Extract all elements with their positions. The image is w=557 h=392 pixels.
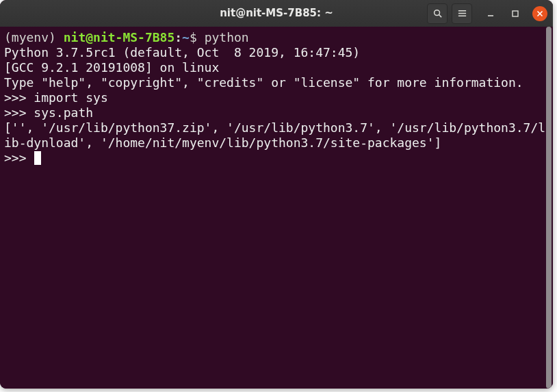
env-prefix: (myenv) — [4, 30, 64, 44]
header-tool-buttons — [427, 0, 472, 27]
minimize-icon — [487, 10, 495, 18]
hamburger-icon — [457, 8, 467, 18]
svg-line-1 — [439, 15, 441, 18]
output-line: Python 3.7.5rc1 (default, Oct 8 2019, 16… — [4, 45, 549, 60]
close-button[interactable] — [532, 6, 547, 21]
maximize-button[interactable] — [508, 6, 523, 21]
search-button[interactable] — [427, 3, 448, 24]
hamburger-menu-button[interactable] — [452, 3, 472, 24]
window-controls — [483, 0, 547, 27]
repl-prompt: >>> — [4, 105, 34, 120]
scrollbar-thumb[interactable] — [546, 27, 552, 389]
repl-input: sys.path — [34, 105, 93, 120]
terminal-body[interactable]: (myenv) nit@nit-MS-7B85:~$ python Python… — [0, 27, 553, 389]
prompt-sigil: $ — [190, 30, 205, 44]
maximize-icon — [511, 10, 519, 18]
repl-line: >>> sys.path — [4, 105, 549, 120]
scrollbar-track[interactable] — [545, 27, 553, 389]
svg-point-0 — [434, 10, 439, 16]
output-line: Type "help", "copyright", "credits" or "… — [4, 75, 549, 90]
path-separator: : — [174, 30, 182, 44]
svg-rect-6 — [513, 11, 518, 16]
repl-prompt: >>> — [4, 90, 34, 105]
repl-line: >>> import sys — [4, 90, 549, 105]
typed-command: python — [205, 30, 249, 44]
terminal-window: nit@nit-MS-7B85: ~ — [0, 0, 553, 389]
minimize-button[interactable] — [483, 6, 498, 21]
user-host: nit@nit-MS-7B85 — [64, 30, 175, 44]
repl-prompt: >>> — [4, 151, 34, 165]
repl-input: import sys — [34, 90, 107, 105]
close-icon — [536, 10, 543, 17]
cwd: ~ — [182, 30, 190, 44]
prompt-line: (myenv) nit@nit-MS-7B85:~$ python — [4, 30, 549, 45]
search-icon — [432, 8, 443, 18]
output-line: [GCC 9.2.1 20191008] on linux — [4, 60, 549, 75]
cursor — [34, 151, 41, 165]
titlebar: nit@nit-MS-7B85: ~ — [0, 0, 553, 27]
output-line: ['', '/usr/lib/python37.zip', '/usr/lib/… — [4, 120, 549, 151]
repl-line: >>> — [4, 151, 549, 166]
